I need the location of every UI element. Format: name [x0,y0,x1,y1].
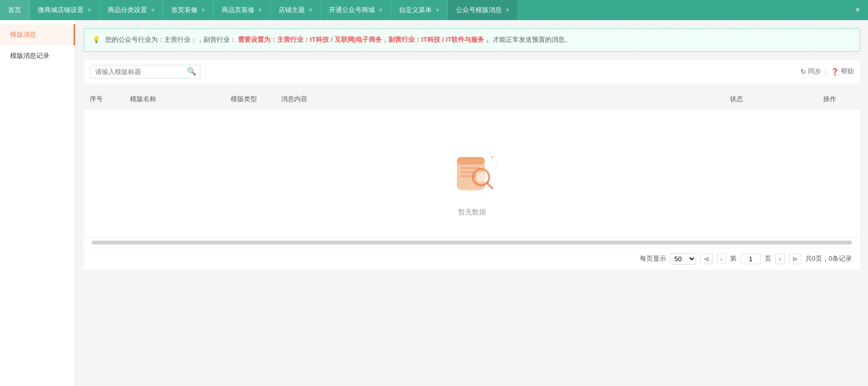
tab-shop-theme-label: 店铺主题 [279,6,305,15]
svg-rect-2 [457,157,485,165]
sidebar-item-template-message[interactable]: 模版消息 [0,24,75,45]
notice-box: 💡 您的公众号行业为：主营行业：，副营行业： 需要设置为：主营行业：IT科技 /… [84,28,860,52]
tab-template-msg[interactable]: 公众号模版消息 × [448,0,518,20]
svg-point-11 [489,152,491,155]
page-last-button[interactable]: ⊳ [789,254,802,264]
notice-highlight: 需要设置为：主营行业：IT科技 / 互联网|电子商务，副营行业：IT科技 / I… [238,36,491,43]
tab-custom-menu[interactable]: 自定义菜单 × [391,0,448,20]
table-wrap: 序号 模版名称 模版类型 消息内容 状态 操作 [84,90,860,270]
tab-product-page-label: 商品页装修 [222,6,254,15]
page-size-select[interactable]: 50 20 100 [670,253,696,265]
search-row: 🔍 ↻ 同步 | ❓ 帮助 [84,60,860,84]
empty-illustration [442,139,502,200]
table-header: 序号 模版名称 模版类型 消息内容 状态 操作 [84,90,860,109]
sync-icon: ↻ [800,68,806,75]
svg-point-10 [495,161,497,163]
tab-product-page-close[interactable]: × [258,7,262,13]
tab-shop-theme[interactable]: 店铺主题 × [271,0,321,20]
search-left: 🔍 [90,65,201,79]
tab-bar: 首页 微商城店铺设置 × 商品分类设置 × 首页装修 × 商品页装修 × 店铺主… [0,0,868,20]
tab-bar-close-all[interactable]: × [847,6,868,15]
pagination-row: 每页显示 50 20 100 ⊲ ‹ 第 页 › ⊳ 共0页，0条记录 [84,248,860,270]
sidebar: 模版消息 模版消息记录 [0,20,76,386]
search-input-wrap: 🔍 [90,65,201,79]
page-prev-button[interactable]: ‹ [717,254,726,264]
sidebar-item-template-record[interactable]: 模版消息记录 [0,45,75,66]
help-label: 帮助 [841,67,854,76]
tab-open-mall-close[interactable]: × [379,7,382,13]
th-status: 状态 [724,90,799,109]
tab-home-decor-label: 首页装修 [171,6,197,15]
tab-shop-settings-label: 微商城店铺设置 [38,6,84,15]
tab-open-mall[interactable]: 开通公众号商城 × [321,0,391,20]
sidebar-item-template-message-label: 模版消息 [10,31,36,38]
divider: | [825,68,827,75]
notice-prefix: 您的公众号行业为：主营行业：，副营行业： [105,36,236,43]
empty-state: 暂无数据 [84,109,860,237]
help-button[interactable]: ❓ 帮助 [831,67,854,76]
tab-product-category-label: 商品分类设置 [108,6,147,15]
per-page-label: 每页显示 [640,254,666,263]
notice-icon: 💡 [92,36,100,43]
tab-shop-settings-close[interactable]: × [88,7,91,13]
scroll-bar-area [84,237,860,248]
th-content: 消息内容 [275,90,724,109]
tab-home-decor-close[interactable]: × [202,7,205,13]
svg-point-9 [491,156,494,159]
th-ops: 操作 [799,90,860,109]
tab-home[interactable]: 首页 [0,0,30,20]
tab-product-category[interactable]: 商品分类设置 × [100,0,163,20]
tab-home-decor[interactable]: 首页装修 × [163,0,214,20]
svg-point-7 [476,172,486,182]
page-first-button[interactable]: ⊲ [700,254,713,264]
tab-custom-menu-label: 自定义菜单 [399,6,432,15]
notice-suffix: 才能正常发送预置的消息。 [493,36,571,43]
main-layout: 模版消息 模版消息记录 💡 您的公众号行业为：主营行业：，副营行业： 需要设置为… [0,20,868,386]
page-next-button[interactable]: › [775,254,784,264]
tab-product-category-close[interactable]: × [151,7,155,13]
th-seq: 序号 [84,90,124,109]
th-name: 模版名称 [124,90,225,109]
sync-label: 同步 [808,67,821,76]
th-type: 模版类型 [225,90,275,109]
sidebar-item-template-record-label: 模版消息记录 [10,52,49,59]
tab-product-page[interactable]: 商品页装修 × [214,0,271,20]
page-total: 共0页，0条记录 [806,254,852,263]
search-icon[interactable]: 🔍 [187,67,196,76]
svg-line-8 [487,183,492,188]
tab-shop-theme-close[interactable]: × [309,7,312,13]
search-input[interactable] [90,65,201,79]
help-icon: ❓ [831,68,839,75]
horizontal-scrollbar[interactable] [92,241,852,245]
page-suffix: 页 [765,254,771,263]
tab-template-msg-label: 公众号模版消息 [456,6,502,15]
tab-shop-settings[interactable]: 微商城店铺设置 × [30,0,100,20]
svg-rect-5 [461,175,478,177]
search-right: ↻ 同步 | ❓ 帮助 [800,67,854,76]
content-area: 💡 您的公众号行业为：主营行业：，副营行业： 需要设置为：主营行业：IT科技 /… [76,20,868,386]
sync-button[interactable]: ↻ 同步 [800,67,821,76]
tab-custom-menu-close[interactable]: × [436,7,439,13]
tab-template-msg-close[interactable]: × [506,7,509,13]
tab-home-label: 首页 [8,6,21,15]
page-label: 第 [730,254,737,263]
empty-text: 暂无数据 [458,208,486,217]
page-number-input[interactable] [741,254,761,264]
tab-open-mall-label: 开通公众号商城 [329,6,375,15]
svg-rect-3 [461,167,480,169]
